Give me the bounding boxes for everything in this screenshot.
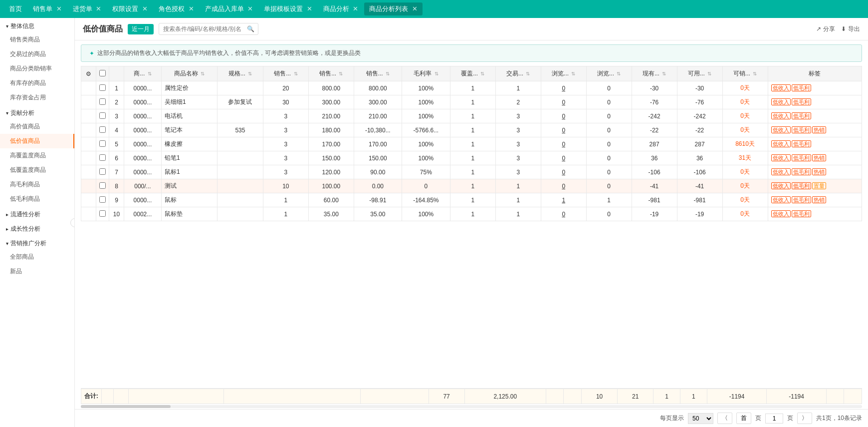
sidebar-item-all-goods[interactable]: 全部商品 xyxy=(0,250,74,264)
scroll-hint[interactable] xyxy=(75,404,868,409)
row-checkbox[interactable] xyxy=(99,168,106,175)
col-avail[interactable]: 可用... ⇅ xyxy=(677,66,722,81)
close-roles-icon[interactable]: ✕ xyxy=(189,5,194,12)
row-checkbox[interactable] xyxy=(99,196,106,203)
col-gross-rate[interactable]: 毛利率 ⇅ xyxy=(402,66,450,81)
close-sales-icon[interactable]: ✕ xyxy=(56,5,62,12)
row-checkbox[interactable] xyxy=(99,126,106,133)
browse1-link[interactable]: 0 xyxy=(562,141,565,148)
cell-browse1[interactable]: 0 xyxy=(541,95,586,109)
cell-settings[interactable] xyxy=(81,95,96,109)
nav-home[interactable]: 首页 xyxy=(4,2,27,15)
prev-page-btn[interactable]: 首 xyxy=(736,413,751,424)
cell-browse1[interactable]: 0 xyxy=(541,165,586,179)
col-saleable[interactable]: 可销... ⇅ xyxy=(722,66,768,81)
cell-checkbox[interactable] xyxy=(96,165,109,179)
cell-checkbox[interactable] xyxy=(96,193,109,207)
row-checkbox[interactable] xyxy=(99,140,106,147)
sidebar-item-stocked[interactable]: 有库存的商品 xyxy=(0,76,74,90)
sidebar-item-high-coverage[interactable]: 高覆盖度商品 xyxy=(0,148,74,163)
cell-browse1[interactable]: 0 xyxy=(541,179,586,193)
cell-browse1[interactable]: 0 xyxy=(541,109,586,123)
search-input[interactable] xyxy=(159,23,258,35)
col-browse2[interactable]: 浏览... ⇅ xyxy=(586,66,632,81)
col-settings[interactable]: ⚙ xyxy=(81,66,96,81)
share-button[interactable]: ↗ 分享 xyxy=(816,25,835,33)
page-number-input[interactable] xyxy=(765,414,783,424)
col-trade[interactable]: 交易... ⇅ xyxy=(495,66,541,81)
browse1-link[interactable]: 1 xyxy=(562,197,565,204)
sidebar-group-growth[interactable]: ▸ 成长性分析 xyxy=(0,221,74,235)
sidebar-item-new-goods[interactable]: 新品 xyxy=(0,264,74,279)
close-list-icon[interactable]: ✕ xyxy=(412,5,418,12)
sidebar-group-overview[interactable]: ▾ 整体信息 xyxy=(0,18,74,32)
row-checkbox[interactable] xyxy=(99,182,106,189)
browse1-link[interactable]: 0 xyxy=(562,99,565,106)
cell-settings[interactable] xyxy=(81,165,96,179)
cell-checkbox[interactable] xyxy=(96,151,109,165)
row-checkbox[interactable] xyxy=(99,84,106,91)
cell-checkbox[interactable] xyxy=(96,81,109,95)
col-sale-amt[interactable]: 销售... ⇅ xyxy=(308,66,354,81)
col-name[interactable]: 商品名称 ⇅ xyxy=(161,66,217,81)
col-browse1[interactable]: 浏览... ⇅ xyxy=(541,66,586,81)
browse1-link[interactable]: 0 xyxy=(562,113,565,120)
col-sale-qty[interactable]: 销售... ⇅ xyxy=(263,66,308,81)
cell-settings[interactable] xyxy=(81,193,96,207)
cell-settings[interactable] xyxy=(81,137,96,151)
nav-roles[interactable]: 角色授权 ✕ xyxy=(154,2,199,15)
col-stock[interactable]: 现有... ⇅ xyxy=(632,66,677,81)
sidebar-item-high-value[interactable]: 高价值商品 xyxy=(0,119,74,134)
sidebar-item-low-value[interactable]: 低价值商品 xyxy=(0,134,74,148)
browse1-link[interactable]: 0 xyxy=(562,211,565,218)
next-page-btn[interactable]: 〉 xyxy=(797,413,812,424)
close-purchase-icon[interactable]: ✕ xyxy=(96,5,101,12)
sidebar-item-low-coverage[interactable]: 低覆盖度商品 xyxy=(0,163,74,177)
sidebar-item-low-margin[interactable]: 低毛利商品 xyxy=(0,192,74,206)
first-page-btn[interactable]: 〈 xyxy=(717,413,732,424)
cell-settings[interactable] xyxy=(81,151,96,165)
row-checkbox[interactable] xyxy=(99,112,106,119)
close-stock-icon[interactable]: ✕ xyxy=(247,5,253,12)
cell-settings[interactable] xyxy=(81,81,96,95)
browse1-link[interactable]: 0 xyxy=(562,183,565,190)
browse1-link[interactable]: 0 xyxy=(562,85,565,92)
col-code[interactable]: 商... ⇅ xyxy=(124,66,162,81)
sidebar-group-marketing[interactable]: ▾ 营销推广分析 xyxy=(0,235,74,250)
cell-browse1[interactable]: 0 xyxy=(541,137,586,151)
nav-perms[interactable]: 权限设置 ✕ xyxy=(107,2,153,15)
export-button[interactable]: ⬇ 导出 xyxy=(841,25,860,33)
cell-checkbox[interactable] xyxy=(96,123,109,137)
per-page-select[interactable]: 50 100 200 xyxy=(688,413,713,424)
cell-checkbox[interactable] xyxy=(96,137,109,151)
cell-checkbox[interactable] xyxy=(96,207,109,221)
cell-settings[interactable] xyxy=(81,179,96,193)
row-checkbox[interactable] xyxy=(99,154,106,161)
cell-checkbox[interactable] xyxy=(96,109,109,123)
nav-template[interactable]: 单据模板设置 ✕ xyxy=(259,2,317,15)
col-checkbox[interactable] xyxy=(96,66,109,81)
cell-browse1[interactable]: 0 xyxy=(541,151,586,165)
cell-browse1[interactable]: 0 xyxy=(541,123,586,137)
sidebar-item-category-rate[interactable]: 商品分类助销率 xyxy=(0,61,74,76)
col-sale-amt2[interactable]: 销售... ⇅ xyxy=(354,66,402,81)
sidebar-item-traded[interactable]: 交易过的商品 xyxy=(0,47,74,61)
close-analysis-icon[interactable]: ✕ xyxy=(353,5,358,12)
browse1-link[interactable]: 0 xyxy=(562,155,565,162)
close-perms-icon[interactable]: ✕ xyxy=(142,5,148,12)
cell-checkbox[interactable] xyxy=(96,95,109,109)
row-checkbox[interactable] xyxy=(99,210,106,217)
cell-checkbox[interactable] xyxy=(96,179,109,193)
nav-goods-analysis[interactable]: 商品分析 ✕ xyxy=(318,2,364,15)
row-checkbox[interactable] xyxy=(99,98,106,105)
cell-settings[interactable] xyxy=(81,207,96,221)
cell-settings[interactable] xyxy=(81,109,96,123)
cell-browse1[interactable]: 0 xyxy=(541,81,586,95)
col-spec[interactable]: 规格... ⇅ xyxy=(217,66,263,81)
nav-sales[interactable]: 销售单 ✕ xyxy=(28,2,67,15)
cell-browse1[interactable]: 1 xyxy=(541,193,586,207)
close-template-icon[interactable]: ✕ xyxy=(307,5,312,12)
sidebar-item-capital[interactable]: 库存资金占用 xyxy=(0,90,74,105)
browse1-link[interactable]: 0 xyxy=(562,127,565,134)
nav-goods-list[interactable]: 商品分析列表 ✕ xyxy=(364,2,423,15)
